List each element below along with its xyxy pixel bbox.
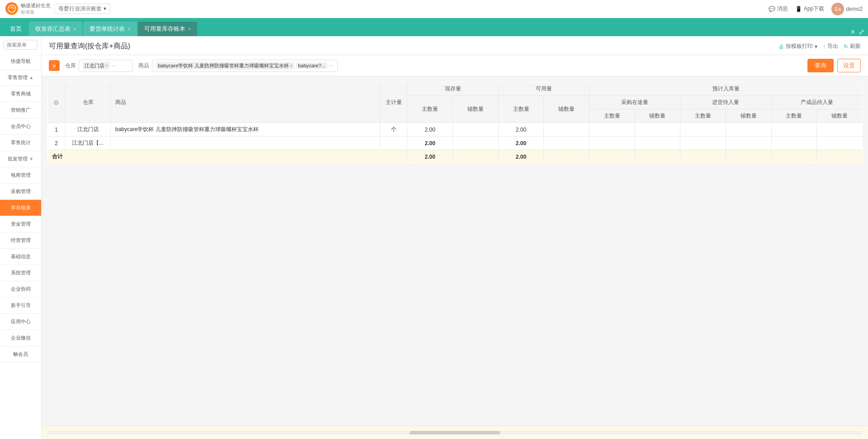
warehouse-input[interactable]: 江北门店 × ··· — [79, 60, 133, 72]
th-planned-inbound: 预计入库量 — [590, 82, 863, 96]
sidebar-item-marketing[interactable]: 营销推广 — [0, 102, 41, 118]
svg-point-0 — [8, 5, 15, 12]
sidebar: 快捷导航 零售管理 ▲ 零售商城 营销推广 会员中心 零售统计 批发管理 ▼ 电… — [0, 36, 42, 439]
total-inbound-aux — [726, 150, 771, 164]
cell-current-main-2: 2.00 — [407, 137, 453, 150]
filter-toggle-button[interactable]: » — [49, 60, 60, 71]
product-label: 商品 — [138, 62, 149, 70]
sidebar-item-system[interactable]: 系统管理 — [0, 265, 41, 281]
sidebar-item-wechat[interactable]: 企业微信 — [0, 330, 41, 346]
download-button[interactable]: 📱 App下载 — [795, 5, 824, 13]
tab-receive-summary[interactable]: 收发存汇总表 × — [29, 22, 82, 36]
sidebar-item-appstore[interactable]: 应用中心 — [0, 314, 41, 330]
sidebar-item-vip[interactable]: 畅会员 — [0, 346, 41, 363]
chevron-icon: ▲ — [29, 75, 34, 80]
cell-inbound-main-1 — [680, 123, 726, 137]
quick-nav-label: 快捷导航 — [11, 58, 31, 65]
refresh-button[interactable]: ↻ 刷新 — [844, 42, 861, 50]
col-gear[interactable]: ⚙ — [47, 82, 66, 123]
cell-no-1: 1 — [47, 123, 66, 137]
cell-unit-2 — [380, 137, 407, 150]
operation-label: 经营管理 — [11, 237, 31, 244]
nav-close-all[interactable]: × ⤢ — [851, 28, 864, 36]
avatar: Ea — [831, 3, 844, 15]
sidebar-item-zero-mall[interactable]: 零售商城 — [0, 86, 41, 102]
th-inbound-main: 主数量 — [680, 109, 726, 123]
warehouse-tag-label: 江北门店 — [85, 62, 104, 69]
sidebar-item-ecommerce[interactable]: 电商管理 — [0, 167, 41, 184]
print-button[interactable]: 🖨 按模板打印 ▾ — [778, 42, 817, 50]
system-label: 系统管理 — [11, 269, 31, 276]
product-tag-delete[interactable]: × — [290, 63, 292, 68]
product-tag2-label: babycare?... — [298, 63, 326, 68]
tab-order-stat[interactable]: 要货单统计表 × — [83, 22, 137, 36]
cell-product-aux-1 — [817, 123, 863, 137]
table-container: ⚙ 仓库 商品 主计量 现存量 — [42, 76, 868, 426]
th-available-main: 主数量 — [498, 96, 544, 123]
user-profile[interactable]: Ea demo2 — [831, 3, 863, 15]
horizontal-scrollbar[interactable] — [47, 431, 863, 434]
tab-home-label: 首页 — [10, 25, 22, 33]
cell-available-main-1: 2.00 — [498, 123, 544, 137]
sidebar-item-zero-stat[interactable]: 零售统计 — [0, 135, 41, 151]
tab-order-stat-close[interactable]: × — [127, 26, 130, 32]
filter-bar: » 仓库 江北门店 × ··· 商品 babycare学饮杯 儿童防摔防撞吸管杯… — [42, 55, 868, 76]
total-purchase-main — [590, 150, 635, 164]
message-button[interactable]: 💬 消息 — [769, 5, 788, 13]
setting-button[interactable]: 设置 — [837, 59, 861, 72]
cell-available-aux-1 — [544, 123, 590, 137]
refresh-icon: ↻ — [844, 43, 848, 50]
total-available-aux — [544, 150, 590, 164]
sidebar-item-finance[interactable]: 资金管理 — [0, 216, 41, 232]
sidebar-item-wholesale[interactable]: 批发管理 ▼ — [0, 151, 41, 167]
export-button[interactable]: ↑ 导出 — [823, 42, 838, 50]
gear-icon[interactable]: ⚙ — [53, 99, 59, 106]
tab-available-ledger-close[interactable]: × — [188, 26, 191, 32]
sidebar-item-newbie[interactable]: 新手引导 — [0, 297, 41, 314]
total-inbound-main — [680, 150, 726, 164]
sidebar-item-operation[interactable]: 经营管理 — [0, 232, 41, 249]
top-bar: 畅捷通好生意 标准版 母婴行业演示账套 ▾ 💬 消息 📱 App下载 Ea de… — [0, 0, 868, 18]
search-input[interactable] — [4, 40, 38, 50]
product-tag2: babycare?... — [296, 62, 327, 69]
table-row: 2 江北门店【... 2.00 2.00 — [47, 137, 863, 150]
sidebar-item-quick-nav[interactable]: 快捷导航 — [0, 53, 41, 70]
member-label: 会员中心 — [11, 123, 31, 130]
sidebar-item-basic[interactable]: 基础信息 — [0, 249, 41, 265]
warehouse-tag-delete[interactable]: × — [105, 63, 108, 68]
sidebar-item-inventory[interactable]: 库存核算 — [0, 200, 41, 216]
query-button[interactable]: 查询 — [807, 59, 834, 72]
th-inbound-aux: 辅数量 — [726, 109, 771, 123]
th-product: 商品 — [111, 82, 380, 123]
user-name: demo2 — [846, 6, 863, 12]
th-unit: 主计量 — [380, 82, 407, 123]
product-input[interactable]: babycare学饮杯 儿童防摔防撞吸管杯重力球吸嘴杯宝宝水杯 × babyca… — [152, 60, 338, 72]
total-product-main — [771, 150, 817, 164]
sidebar-item-purchase[interactable]: 采购管理 — [0, 184, 41, 200]
warehouse-tag: 江北门店 × — [83, 62, 110, 70]
newbie-label: 新手引导 — [11, 302, 31, 309]
table-row: 1 江北门店 babycare学饮杯 儿童防摔防撞吸管杯重力球吸嘴杯宝宝水杯 个… — [47, 123, 863, 137]
zero-sales-label: 零售管理 — [8, 74, 28, 81]
cell-inbound-aux-2 — [726, 137, 771, 150]
tab-receive-summary-close[interactable]: × — [73, 26, 76, 32]
logo-icon — [5, 2, 18, 15]
sidebar-item-enterprise[interactable]: 企业协同 — [0, 281, 41, 297]
page-header: 可用量查询(按仓库+商品) 🖨 按模板打印 ▾ ↑ 导出 ↻ 刷新 — [42, 36, 868, 55]
page-title: 可用量查询(按仓库+商品) — [49, 42, 130, 51]
content-area: 可用量查询(按仓库+商品) 🖨 按模板打印 ▾ ↑ 导出 ↻ 刷新 — [42, 36, 868, 439]
template-select[interactable]: 母婴行业演示账套 ▾ — [54, 4, 110, 14]
tab-available-ledger[interactable]: 可用量库存账本 × — [138, 22, 197, 36]
th-product-main: 主数量 — [771, 109, 817, 123]
sidebar-item-zero-sales[interactable]: 零售管理 ▲ — [0, 70, 41, 86]
th-purchase-aux: 辅数量 — [635, 109, 680, 123]
page-actions: 🖨 按模板打印 ▾ ↑ 导出 ↻ 刷新 — [778, 42, 861, 50]
purchase-label: 采购管理 — [11, 188, 31, 195]
tab-receive-summary-label: 收发存汇总表 — [35, 25, 71, 33]
cell-current-aux-2 — [453, 137, 499, 150]
nav-tabs: 首页 收发存汇总表 × 要货单统计表 × 可用量库存账本 × × ⤢ — [0, 18, 868, 36]
sidebar-item-member[interactable]: 会员中心 — [0, 118, 41, 135]
cell-available-main-2: 2.00 — [498, 137, 544, 150]
tab-home[interactable]: 首页 — [4, 22, 28, 36]
th-available: 可用量 — [498, 82, 589, 96]
